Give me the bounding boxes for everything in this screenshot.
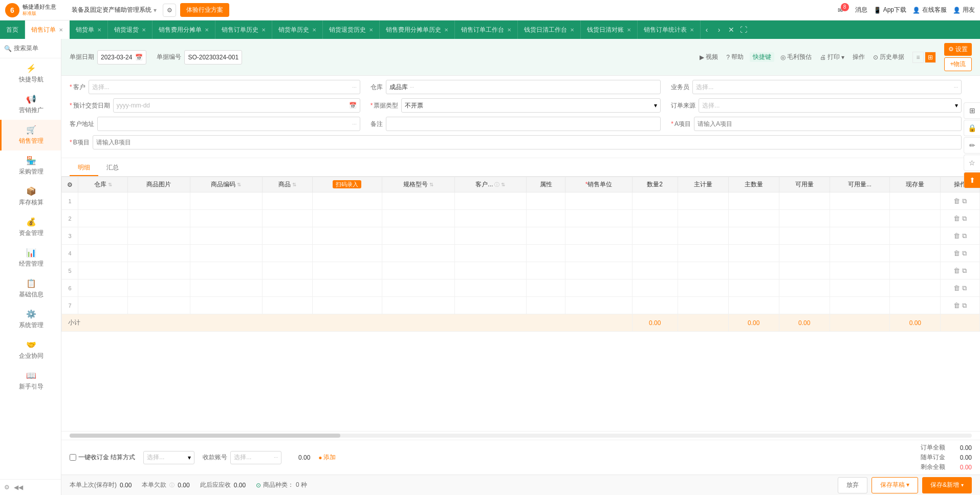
sort-icon[interactable]: ⇅ xyxy=(237,182,241,187)
chevron-down-icon[interactable]: ▾ xyxy=(154,7,157,14)
message-btn[interactable]: ✉ 8 消息 xyxy=(838,6,867,14)
sidebar-item-finance[interactable]: 💰 资金管理 xyxy=(0,212,61,243)
sidebar-item-marketing[interactable]: 📢 营销推广 xyxy=(0,89,61,120)
sidebar-item-enterprise[interactable]: 🤝 企业协同 xyxy=(0,335,61,365)
tab-sales-order[interactable]: 销售订单 ✕ xyxy=(25,20,70,39)
tab-sales-return[interactable]: 销货退货 ✕ xyxy=(108,20,153,39)
project-b-input[interactable] xyxy=(93,135,962,149)
salesperson-input[interactable]: 选择... ··· xyxy=(692,80,962,94)
sort-icon[interactable]: ⇅ xyxy=(501,182,505,187)
close-tab-icon[interactable]: ✕ xyxy=(142,27,146,33)
close-tab-icon[interactable]: ✕ xyxy=(205,27,209,33)
save-draft-btn[interactable]: 保存草稿 ▾ xyxy=(872,477,918,493)
tab-sales-order-history[interactable]: 销售订单历史 ✕ xyxy=(215,20,272,39)
tab-expand-btn[interactable]: ⛶ xyxy=(737,20,750,39)
customer-input[interactable]: 选择... ··· xyxy=(89,80,360,94)
single-no-input[interactable]: SO-20230324-001 xyxy=(184,50,242,64)
tab-cash-daily-reconcile[interactable]: 钱货日清对账 ✕ xyxy=(581,20,638,39)
copy-row-btn[interactable]: ⧉ xyxy=(962,249,967,257)
sidebar-item-basic-info[interactable]: 📋 基础信息 xyxy=(0,273,61,304)
sidebar-item-quick-nav[interactable]: ⚡ 快捷导航 xyxy=(0,58,61,89)
sidebar-search-item[interactable]: 🔍 搜索菜单 xyxy=(0,39,61,58)
float-btn-5[interactable]: ⬆ xyxy=(964,172,980,188)
address-input[interactable]: ··· xyxy=(97,117,360,131)
copy-row-btn[interactable]: ⧉ xyxy=(962,214,967,223)
sidebar-item-purchase[interactable]: 🏪 采购管理 xyxy=(0,150,61,181)
tab-detail[interactable]: 明细 xyxy=(70,160,98,176)
sidebar-item-system[interactable]: ⚙️ 系统管理 xyxy=(0,304,61,335)
gear-button[interactable]: ⚙ xyxy=(163,4,176,17)
th-settings[interactable]: ⚙ xyxy=(62,177,78,192)
close-tab-icon[interactable]: ✕ xyxy=(59,27,63,33)
view-video-btn[interactable]: ▶ 视频 xyxy=(698,52,720,62)
warehouse-input[interactable]: 成品库 ··· xyxy=(386,80,661,94)
close-tab-icon[interactable]: ✕ xyxy=(570,27,574,33)
print-btn[interactable]: 🖨 打印 ▾ xyxy=(818,52,846,62)
copy-row-btn[interactable]: ⧉ xyxy=(962,284,967,292)
receipt-no-select[interactable]: 选择... ··· xyxy=(230,451,281,464)
profit-estimate-btn[interactable]: ◎ 毛利预估 xyxy=(778,52,814,62)
collapse-btn[interactable]: ◀◀ xyxy=(14,484,23,491)
close-tab-icon[interactable]: ✕ xyxy=(444,27,448,33)
sidebar-item-inventory[interactable]: 📦 库存核算 xyxy=(0,181,61,212)
project-a-input[interactable] xyxy=(694,117,962,131)
tab-cash-daily-workbench[interactable]: 钱货日清工作台 ✕ xyxy=(518,20,581,39)
help-btn[interactable]: ? 帮助 xyxy=(724,52,746,62)
delete-row-btn[interactable]: 🗑 xyxy=(953,249,960,257)
close-tab-icon[interactable]: ✕ xyxy=(507,27,511,33)
delete-row-btn[interactable]: 🗑 xyxy=(953,197,960,205)
delete-row-btn[interactable]: 🗑 xyxy=(953,302,960,309)
tab-prev-btn[interactable]: ‹ xyxy=(701,20,713,39)
copy-row-btn[interactable]: ⧉ xyxy=(962,302,967,310)
sidebar-item-sales[interactable]: 🛒 销售管理 xyxy=(0,120,61,150)
th-scan[interactable]: 扫码录入 xyxy=(312,177,382,192)
float-btn-3[interactable]: ✏ xyxy=(964,137,980,154)
copy-row-btn[interactable]: ⧉ xyxy=(962,232,967,240)
settle-method-select[interactable]: 选择... ▾ xyxy=(143,451,194,464)
delete-row-btn[interactable]: 🗑 xyxy=(953,232,960,240)
discard-btn[interactable]: 放弃 xyxy=(838,477,867,493)
tab-more-btn[interactable]: ✕ xyxy=(725,20,737,39)
close-tab-icon[interactable]: ✕ xyxy=(369,27,373,33)
history-btn[interactable]: ⊙ 历史单据 xyxy=(871,52,906,62)
online-service-btn[interactable]: 👤 在线客服 xyxy=(912,6,947,14)
save-new-btn[interactable]: 保存&新增 ▾ xyxy=(922,477,972,493)
remark-input[interactable] xyxy=(386,117,661,131)
copy-row-btn[interactable]: ⧉ xyxy=(962,197,967,205)
sidebar-item-guide[interactable]: 📖 新手引导 xyxy=(0,365,61,396)
scrollbar-track[interactable] xyxy=(70,434,972,438)
close-tab-icon[interactable]: ✕ xyxy=(690,27,694,33)
tab-sales-stats[interactable]: 销售订单统计表 ✕ xyxy=(638,20,701,39)
tab-next-btn[interactable]: › xyxy=(713,20,725,39)
view-toggle-grid-btn[interactable]: ⊞ xyxy=(925,52,936,63)
copy-row-btn[interactable]: ⧉ xyxy=(962,267,967,275)
industry-btn[interactable]: 体验行业方案 xyxy=(180,3,229,17)
batch-settle-checkbox[interactable]: 一键收订金 结算方式 xyxy=(70,453,135,462)
close-tab-icon[interactable]: ✕ xyxy=(262,27,266,33)
order-source-input[interactable]: 选择... ▾ xyxy=(699,98,962,113)
close-tab-icon[interactable]: ✕ xyxy=(627,27,631,33)
tab-home[interactable]: 首页 xyxy=(0,20,25,39)
delete-row-btn[interactable]: 🗑 xyxy=(953,214,960,222)
add-logistics-btn[interactable]: +物流 xyxy=(944,57,972,71)
tab-sales-expense[interactable]: 销售费用分摊单 ✕ xyxy=(153,20,215,39)
delivery-date-input[interactable]: yyyy-mm-dd 📅 xyxy=(113,98,360,113)
tab-sales-invoice-history[interactable]: 销货单历史 ✕ xyxy=(272,20,323,39)
tab-summary[interactable]: 汇总 xyxy=(98,160,127,176)
sort-icon[interactable]: ⇅ xyxy=(108,182,112,187)
close-tab-icon[interactable]: ✕ xyxy=(312,27,316,33)
scrollbar-thumb[interactable] xyxy=(70,434,340,438)
single-date-input[interactable]: 2023-03-24 📅 xyxy=(97,50,146,64)
view-toggle-list-btn[interactable]: ≡ xyxy=(912,52,924,63)
float-btn-1[interactable]: ⊞ xyxy=(964,102,980,119)
delete-row-btn[interactable]: 🗑 xyxy=(953,267,960,274)
delete-row-btn[interactable]: 🗑 xyxy=(953,284,960,292)
tab-sales-return-history[interactable]: 销货退货历史 ✕ xyxy=(323,20,380,39)
add-receipt-btn[interactable]: ● 添加 xyxy=(318,453,335,462)
float-btn-2[interactable]: 🔒 xyxy=(964,120,980,136)
app-download-btn[interactable]: 📱 App下载 xyxy=(874,6,906,14)
tab-sales-expense-history[interactable]: 销售费用分摊单历史 ✕ xyxy=(380,20,455,39)
sort-icon[interactable]: ⇅ xyxy=(292,182,296,187)
user-btn[interactable]: 👤 用友 xyxy=(953,6,975,14)
operate-btn[interactable]: 操作 xyxy=(851,52,867,62)
